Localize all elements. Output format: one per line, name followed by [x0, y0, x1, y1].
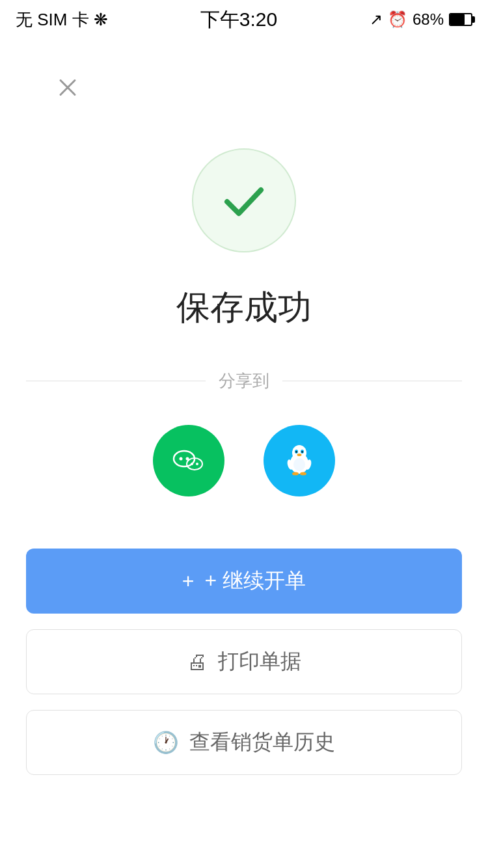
print-label: 打印单据	[218, 647, 301, 676]
svg-point-12	[297, 454, 302, 456]
printer-icon: 🖨	[187, 650, 208, 674]
close-button[interactable]	[52, 72, 83, 103]
battery-level: 68%	[413, 10, 444, 29]
qq-share-button[interactable]	[264, 425, 335, 496]
svg-point-5	[196, 463, 198, 465]
plus-icon: +	[182, 569, 195, 593]
wechat-share-button[interactable]	[153, 425, 224, 496]
share-divider: 分享到	[26, 370, 462, 392]
success-icon-circle	[192, 148, 296, 252]
main-content: 保存成功 分享到	[0, 83, 488, 868]
svg-point-9	[295, 451, 297, 452]
status-right: ↗ ⏰ 68%	[370, 10, 472, 29]
status-left: 无 SIM 卡 ❋	[16, 8, 108, 31]
qq-icon	[280, 441, 319, 480]
battery-icon	[449, 13, 472, 26]
status-bar: 无 SIM 卡 ❋ 下午3:20 ↗ ⏰ 68%	[0, 0, 488, 39]
clock-icon: 🕐	[153, 730, 179, 755]
svg-point-13	[292, 472, 299, 476]
wechat-icon	[169, 441, 209, 481]
continue-label: + 继续开单	[205, 567, 306, 595]
history-label: 查看销货单历史	[189, 728, 335, 757]
svg-point-11	[301, 451, 303, 452]
share-label: 分享到	[219, 370, 269, 392]
action-buttons: + + 继续开单 🖨 打印单据 🕐 查看销货单历史	[26, 549, 462, 775]
history-button[interactable]: 🕐 查看销货单历史	[26, 710, 462, 775]
sim-status: 无 SIM 卡 ❋	[16, 8, 108, 31]
share-icons-row	[153, 425, 335, 496]
alarm-icon: ⏰	[388, 10, 407, 29]
divider-line-right	[282, 381, 462, 381]
svg-point-4	[191, 463, 193, 465]
success-title: 保存成功	[176, 285, 312, 331]
print-button[interactable]: 🖨 打印单据	[26, 629, 462, 694]
svg-point-1	[180, 457, 183, 461]
divider-line-left	[26, 381, 206, 381]
status-time: 下午3:20	[200, 7, 277, 33]
location-icon: ↗	[370, 10, 383, 29]
svg-point-14	[300, 472, 306, 476]
svg-point-17	[293, 458, 305, 471]
checkmark-icon	[218, 174, 270, 226]
continue-button[interactable]: + + 继续开单	[26, 549, 462, 614]
